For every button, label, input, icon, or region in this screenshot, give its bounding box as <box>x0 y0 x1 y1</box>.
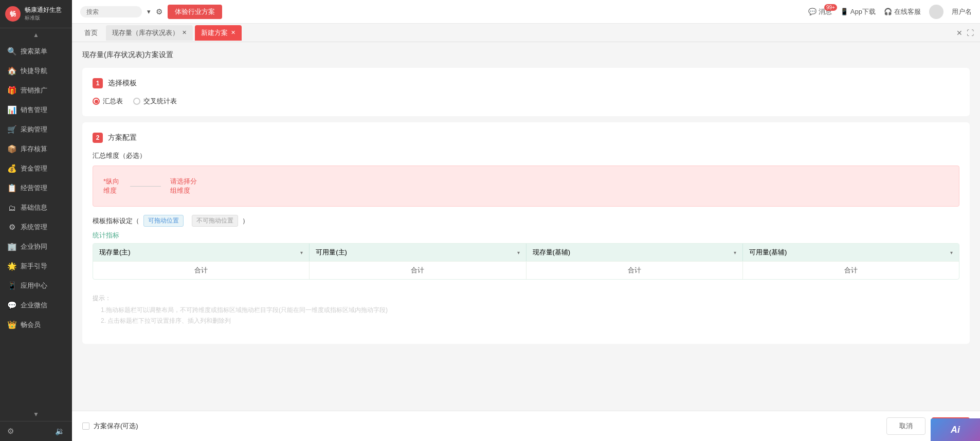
avatar[interactable] <box>929 5 943 19</box>
section-config: 2 方案配置 汇总维度（必选） *纵向维度 请选择分组维度 模板指标设定（ 可拖… <box>82 122 970 344</box>
sidebar-item-enterprise[interactable]: 🏢 企业协同 <box>0 237 72 256</box>
sidebar: 畅 畅康通好生意 标准版 ▲ 🔍 搜索菜单 🏠 快捷导航 🎁 营销推广 📊 销售… <box>0 0 72 441</box>
sidebar-item-search-menu[interactable]: 🔍 搜索菜单 <box>0 42 72 61</box>
sidebar-nav: 🔍 搜索菜单 🏠 快捷导航 🎁 营销推广 📊 销售管理 🛒 采购管理 📦 库存核… <box>0 42 72 408</box>
message-badge: 99+ <box>824 4 837 11</box>
ai-button[interactable]: Ai <box>931 418 980 441</box>
sidebar-scroll-down[interactable]: ▼ <box>0 408 72 421</box>
tab-inventory-close-button[interactable]: ✕ <box>182 29 187 36</box>
sidebar-item-member[interactable]: 👑 畅会员 <box>0 315 72 335</box>
app-download-button[interactable]: 📱 App下载 <box>840 7 876 16</box>
settings-icon[interactable]: ⚙ <box>7 427 14 436</box>
dimension-area[interactable]: *纵向维度 请选择分组维度 <box>93 166 959 207</box>
sidebar-scroll-up[interactable]: ▲ <box>0 28 72 42</box>
sidebar-item-inventory[interactable]: 📦 库存核算 <box>0 139 72 159</box>
trial-button[interactable]: 体验行业方案 <box>168 5 222 19</box>
page-title: 现存量(库存状况表)方案设置 <box>82 50 970 60</box>
hint-item-0: 1.拖动标题栏可以调整布局，不可跨维度或指标区域拖动栏目字段(只能在同一维度或指… <box>93 306 959 315</box>
sound-icon[interactable]: 🔉 <box>55 427 65 436</box>
tabs-icons: ✕ ⛶ <box>956 29 974 37</box>
money-icon: 💰 <box>7 164 16 173</box>
sidebar-bottom: ⚙ 🔉 <box>0 421 72 441</box>
tab-home[interactable]: 首页 <box>78 25 104 41</box>
clipboard-icon: 📋 <box>7 183 16 193</box>
topbar-right: 💬 消息 99+ 📱 App下载 🎧 在线客服 用户名 <box>808 5 972 19</box>
sidebar-item-purchase[interactable]: 🛒 采购管理 <box>0 120 72 139</box>
header-cell-3[interactable]: 可用量(基辅) ▾ <box>743 244 959 261</box>
tab-new-plan[interactable]: 新建方案 ✕ <box>195 25 242 41</box>
stats-label: 统计指标 <box>93 231 959 240</box>
non-draggable-tag: 不可拖动位置 <box>192 215 238 227</box>
chevron-down-icon-2: ▾ <box>734 250 736 255</box>
sidebar-item-basic-info[interactable]: 🗂 基础信息 <box>0 198 72 217</box>
section2-num: 2 <box>93 133 103 143</box>
dropdown-button[interactable]: ▾ <box>147 8 151 15</box>
phone-download-icon: 📱 <box>840 8 848 15</box>
service-button[interactable]: 🎧 在线客服 <box>884 7 921 16</box>
username-label[interactable]: 用户名 <box>952 7 972 16</box>
logo-icon: 畅 <box>5 6 21 22</box>
cancel-button[interactable]: 取消 <box>886 417 925 435</box>
bottom-bar: 方案保存(可选) 取消 查询 <box>72 411 980 441</box>
crown-icon: 👑 <box>7 320 16 329</box>
tab-home-label: 首页 <box>84 28 98 38</box>
sidebar-item-new-guide[interactable]: 🌟 新手引导 <box>0 256 72 276</box>
scroll-down-button[interactable]: ▼ <box>33 410 39 419</box>
body-cell-0-0: 合计 <box>93 261 310 279</box>
logo-badge: 标准版 <box>25 14 62 22</box>
stats-table: 现存量(主) ▾ 可用量(主) ▾ 现存量(基辅) ▾ 可用量(基辅) <box>93 243 959 280</box>
save-option[interactable]: 方案保存(可选) <box>82 421 886 431</box>
sidebar-item-system[interactable]: ⚙ 系统管理 <box>0 217 72 237</box>
body-cell-0-1: 合计 <box>310 261 526 279</box>
section2-title: 方案配置 <box>108 133 137 142</box>
tab-inventory-label: 现存量（库存状况表） <box>112 28 179 38</box>
radio-crosstab[interactable]: 交叉统计表 <box>133 97 177 106</box>
section1-num: 1 <box>93 78 103 88</box>
radio-crosstab-label: 交叉统计表 <box>143 97 177 106</box>
phone-icon: 📱 <box>7 281 16 290</box>
tab-new-plan-label: 新建方案 <box>201 28 228 38</box>
close-tab-icon[interactable]: ✕ <box>956 29 963 37</box>
tab-new-plan-close-button[interactable]: ✕ <box>231 29 235 36</box>
search-input[interactable] <box>80 6 142 17</box>
tabs-bar: 首页 现存量（库存状况表） ✕ 新建方案 ✕ ✕ ⛶ <box>72 24 980 42</box>
indicator-settings-label: 模板指标设定（ 可拖动位置 不可拖动位置 ） <box>93 215 959 227</box>
hint-title: 提示： <box>93 294 959 303</box>
sidebar-item-sales[interactable]: 📊 销售管理 <box>0 100 72 120</box>
hint-section: 提示： 1.拖动标题栏可以调整布局，不可跨维度或指标区域拖动栏目字段(只能在同一… <box>93 288 959 334</box>
indicator-settings: 模板指标设定（ 可拖动位置 不可拖动位置 ） <box>93 215 959 227</box>
stats-table-body: 合计 合计 合计 合计 <box>93 261 959 279</box>
hint-item-1: 2. 点击标题栏下拉可设置排序、插入列和删除列 <box>93 317 959 325</box>
search-menu-icon: 🔍 <box>7 47 16 56</box>
sidebar-item-marketing[interactable]: 🎁 营销推广 <box>0 81 72 100</box>
tab-inventory-status[interactable]: 现存量（库存状况表） ✕ <box>106 25 193 41</box>
header-cell-2[interactable]: 现存量(基辅) ▾ <box>527 244 743 261</box>
body-cell-0-2: 合计 <box>527 261 743 279</box>
header-cell-1[interactable]: 可用量(主) ▾ <box>310 244 526 261</box>
gift-icon: 🎁 <box>7 86 16 95</box>
sidebar-item-operations[interactable]: 📋 经营管理 <box>0 178 72 198</box>
body-cell-0-3: 合计 <box>743 261 959 279</box>
scroll-up-button[interactable]: ▲ <box>33 30 39 40</box>
dimension-placeholder-text: 请选择分组维度 <box>170 177 198 195</box>
chevron-down-icon-3: ▾ <box>950 250 953 255</box>
radio-summary[interactable]: 汇总表 <box>93 97 123 106</box>
message-button[interactable]: 💬 消息 99+ <box>808 7 832 16</box>
topbar-gear-button[interactable]: ⚙ <box>156 7 162 16</box>
sidebar-item-app-center[interactable]: 📱 应用中心 <box>0 276 72 296</box>
sidebar-item-quick-nav[interactable]: 🏠 快捷导航 <box>0 61 72 81</box>
logo-text-group: 畅康通好生意 标准版 <box>25 6 62 22</box>
section1-header: 1 选择模板 <box>93 78 959 88</box>
header-cell-0[interactable]: 现存量(主) ▾ <box>93 244 310 261</box>
template-options: 汇总表 交叉统计表 <box>93 97 959 106</box>
page-content: 现存量(库存状况表)方案设置 1 选择模板 汇总表 交叉统计表 2 <box>72 42 980 411</box>
sidebar-item-wechat[interactable]: 💬 企业微信 <box>0 296 72 315</box>
dimension-label: *纵向维度 <box>103 177 121 195</box>
expand-icon[interactable]: ⛶ <box>967 29 974 37</box>
building-icon: 🏢 <box>7 242 16 251</box>
section2-header: 2 方案配置 <box>93 133 959 143</box>
sidebar-item-finance[interactable]: 💰 资金管理 <box>0 159 72 178</box>
section1-title: 选择模板 <box>108 79 137 88</box>
save-checkbox[interactable] <box>82 422 89 430</box>
headphone-icon: 🎧 <box>884 8 892 15</box>
